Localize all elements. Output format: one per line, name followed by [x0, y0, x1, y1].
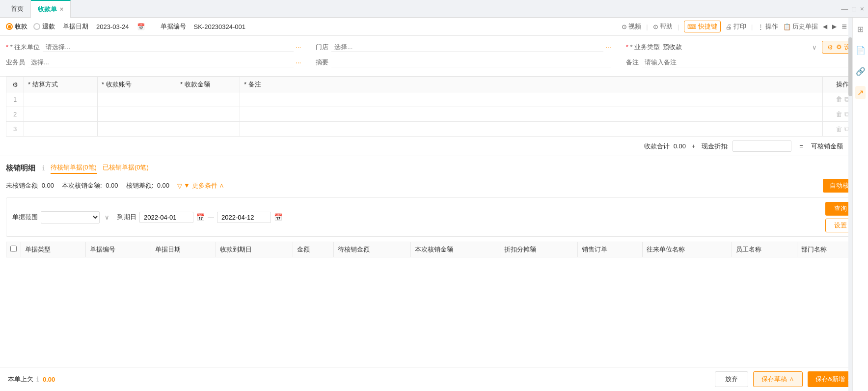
- due-date-from-input[interactable]: [139, 212, 193, 223]
- summary-label: 摘要: [316, 58, 328, 67]
- print-btn[interactable]: 🖨 打印: [726, 22, 746, 31]
- staff-input[interactable]: [28, 57, 294, 67]
- tab-home[interactable]: 首页: [4, 0, 31, 18]
- scroll-thumb[interactable]: [848, 37, 852, 96]
- total-value: 0.00: [674, 142, 686, 150]
- discount-label: 现金折扣:: [702, 142, 729, 151]
- nav-left-icon[interactable]: ◀: [823, 23, 827, 30]
- row-2-account[interactable]: [98, 107, 176, 122]
- receipt-refund-toggle: 收款 退款: [6, 22, 55, 31]
- calendar-icon[interactable]: 📅: [137, 23, 145, 30]
- row-2-remark[interactable]: [240, 107, 823, 122]
- select-all-checkbox[interactable]: [10, 246, 17, 252]
- bill-no-value: SK-20230324-001: [194, 23, 246, 30]
- row-2-settlement[interactable]: [24, 107, 98, 122]
- row-2-amount[interactable]: [176, 107, 240, 122]
- save-draft-button[interactable]: 保存草稿 ∧: [753, 371, 803, 387]
- unreceived-value: 0.00: [42, 182, 54, 189]
- row-3-settlement[interactable]: [24, 122, 98, 137]
- video-icon: ⊙: [622, 23, 627, 30]
- staff-more-btn[interactable]: ···: [296, 58, 301, 66]
- abandon-button[interactable]: 放弃: [715, 371, 748, 387]
- history-btn[interactable]: 📋 历史单据: [783, 22, 818, 31]
- verify-filter: 单据范围 ∨ 到期日 📅 — 📅 查询 设置: [6, 197, 862, 237]
- tab-bar: 首页 收款单 × — □ ×: [0, 0, 868, 18]
- sidebar-link-icon[interactable]: 🔗: [854, 65, 868, 78]
- nav-right-icon[interactable]: ▶: [832, 23, 837, 30]
- row-1-remark[interactable]: [240, 92, 823, 107]
- equals-sign: =: [799, 142, 803, 150]
- summary-input[interactable]: [331, 57, 611, 67]
- scrollbar[interactable]: [848, 18, 852, 391]
- toolbar: 收款 退款 单据日期 2023-03-24 📅 单据编号 SK-20230324…: [0, 18, 868, 36]
- row-1-amount[interactable]: [176, 92, 240, 107]
- receipt-label: 收款: [15, 22, 27, 31]
- store-more-btn[interactable]: ···: [605, 43, 611, 51]
- calendar-to-icon[interactable]: 📅: [274, 213, 282, 221]
- table-settings-icon[interactable]: ⚙: [12, 81, 18, 88]
- plus-sign: +: [692, 142, 696, 150]
- verify-table-header: 单据类型 单据编号 单据日期 收款到期日 金额 待核销金额 本次核销金额 折扣分…: [6, 242, 862, 257]
- range-select[interactable]: [41, 211, 100, 223]
- verify-tab-pending[interactable]: 待核销单据(0笔): [51, 162, 97, 174]
- due-date-to-input[interactable]: [217, 212, 271, 223]
- receipt-radio[interactable]: 收款: [6, 22, 27, 31]
- main-container: 收款 退款 单据日期 2023-03-24 📅 单据编号 SK-20230324…: [0, 18, 868, 391]
- close-icon[interactable]: ×: [860, 5, 864, 13]
- refund-radio[interactable]: 退款: [33, 22, 55, 31]
- row-3-account[interactable]: [98, 122, 176, 137]
- operation-btn[interactable]: ⋮ 操作: [758, 22, 778, 31]
- date-value: 2023-03-24: [96, 23, 129, 30]
- verify-col-current: 本次核销金额: [411, 242, 500, 257]
- footer-right: 放弃 保存草稿 ∧ 保存&新增 ∧: [715, 371, 860, 387]
- tab-close-icon[interactable]: ×: [60, 6, 63, 13]
- minimize-icon[interactable]: —: [841, 5, 848, 13]
- more-conditions-btn[interactable]: ▽ ▼ 更多条件 ∧: [177, 181, 224, 190]
- form-row-2: 业务员 ··· 摘要 备注: [6, 57, 862, 67]
- form-area: * 往来单位 ··· 门店 ··· * 业务类型 预收款 ∨ ⚙ ⚙ 设置: [0, 36, 868, 77]
- layout-list-icon[interactable]: ≡: [841, 22, 847, 32]
- verify-col-date: 单据日期: [151, 242, 216, 257]
- range-label: 单据范围: [12, 213, 38, 222]
- partner-input[interactable]: [43, 42, 293, 52]
- maximize-icon[interactable]: □: [852, 5, 856, 13]
- verify-header: 核销明细 ℹ 待核销单据(0笔) 已核销单据(0笔): [6, 162, 862, 174]
- due-date-label: 到期日: [117, 213, 136, 222]
- remark-field: 备注: [626, 57, 862, 67]
- verify-select-all-header[interactable]: [6, 242, 21, 257]
- row-3-amount[interactable]: [176, 122, 240, 137]
- table-row: 3 🗑 ⧉: [6, 122, 862, 137]
- right-sidebar: ⊞ 📄 🔗 ↗: [852, 18, 868, 391]
- verify-info-icon[interactable]: ℹ: [42, 164, 45, 172]
- verify-stats: 未核销金额 0.00 本次核销金额: 0.00 核销差额: 0.00 ▽ ▼ 更…: [6, 179, 862, 193]
- shortcut-icon: ⌨: [687, 23, 697, 30]
- row-2-delete-icon[interactable]: 🗑: [836, 110, 842, 118]
- video-btn[interactable]: ⊙ 视频: [622, 22, 641, 31]
- row-3-remark[interactable]: [240, 122, 823, 137]
- calendar-from-icon[interactable]: 📅: [196, 213, 205, 221]
- biz-type-field: * 业务类型 预收款 ∨ ⚙ ⚙ 设置: [626, 41, 862, 54]
- biz-type-dropdown-icon[interactable]: ∨: [812, 44, 817, 51]
- row-1-delete-icon[interactable]: 🗑: [836, 95, 842, 104]
- settlement-header: * 结算方式: [24, 77, 98, 92]
- shortcut-btn[interactable]: ⌨ 快捷键: [684, 21, 721, 32]
- range-dropdown-icon[interactable]: ∨: [105, 214, 109, 221]
- row-3-delete-icon[interactable]: 🗑: [836, 125, 842, 133]
- limit-info-icon[interactable]: ℹ: [36, 375, 39, 383]
- table-settings-header[interactable]: ⚙: [6, 77, 24, 92]
- tab-receipt[interactable]: 收款单 ×: [31, 0, 71, 18]
- verify-tab-done[interactable]: 已核销单据(0笔): [103, 162, 149, 174]
- store-input[interactable]: [331, 42, 603, 52]
- table-row: 1 🗑 ⧉: [6, 92, 862, 107]
- partner-more-btn[interactable]: ···: [296, 43, 301, 51]
- row-1-settlement[interactable]: [24, 92, 98, 107]
- row-1-account[interactable]: [98, 92, 176, 107]
- sidebar-doc-icon[interactable]: 📄: [854, 44, 868, 57]
- remark-input[interactable]: [642, 57, 862, 67]
- sidebar-table-icon[interactable]: ⊞: [855, 23, 866, 36]
- help-btn[interactable]: ⊙ 帮助: [653, 22, 673, 31]
- sidebar-expand-icon[interactable]: ↗: [855, 86, 866, 99]
- history-icon: 📋: [783, 23, 791, 30]
- discount-input[interactable]: [732, 140, 791, 152]
- partner-label: * 往来单位: [6, 43, 40, 52]
